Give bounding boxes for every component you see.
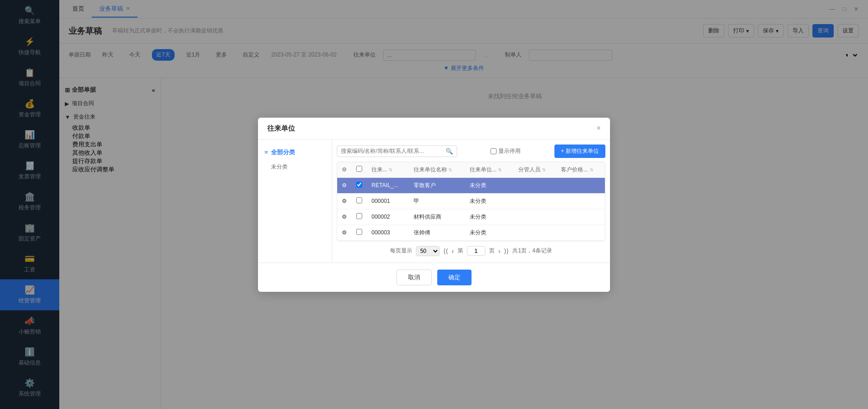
modal-nav-uncategorized[interactable]: 未分类: [258, 160, 332, 174]
counterpart-table: ⚙ 往来... ⇅ 往来单位名称 ⇅ 往来单位... ⇅ 分管人员 ⇅ 客户价格…: [337, 162, 605, 241]
modal-header: 往来单位 ×: [258, 118, 610, 140]
modal-search-box: 🔍: [337, 145, 457, 157]
modal-right: 🔍 显示停用 + 新增往来单位 ⚙: [332, 140, 610, 263]
row-settings[interactable]: ⚙: [337, 193, 352, 209]
row-price: [556, 177, 605, 193]
row-person: [514, 193, 557, 209]
modal-pagination: 每页显示 50 100 ⟨⟨ ‹ 第 页 › ⟩⟩ 共1页，4条记录: [337, 241, 605, 258]
modal-left-nav: ≡ 全部分类 未分类: [258, 140, 332, 263]
row-checkbox[interactable]: [352, 193, 367, 209]
row-checkbox[interactable]: [352, 225, 367, 240]
modal-title: 往来单位: [267, 124, 295, 133]
row-category: 未分类: [465, 209, 514, 225]
row-code: 000003: [367, 225, 409, 240]
col-code[interactable]: 往来... ⇅: [367, 162, 409, 178]
row-person: [514, 225, 557, 240]
modal-toolbar: 🔍 显示停用 + 新增往来单位: [337, 145, 605, 158]
table-row[interactable]: ⚙ 000001 甲 未分类: [337, 193, 605, 209]
modal-overlay: 往来单位 × ≡ 全部分类 未分类 🔍: [0, 0, 868, 409]
row-person: [514, 209, 557, 225]
row-category: 未分类: [465, 225, 514, 240]
last-page-btn[interactable]: ⟩⟩: [504, 247, 509, 255]
table-row[interactable]: ⚙ 000002 材料供应商 未分类: [337, 209, 605, 225]
col-price[interactable]: 客户价格... ⇅: [556, 162, 605, 178]
row-price: [556, 193, 605, 209]
page-label-pre: 第: [458, 247, 463, 255]
modal-close-btn[interactable]: ×: [597, 124, 601, 132]
next-page-btn[interactable]: ›: [498, 247, 501, 255]
col-settings[interactable]: ⚙: [337, 162, 352, 178]
table-row[interactable]: ⚙ 000003 张帅傅 未分类: [337, 225, 605, 240]
search-icon: 🔍: [446, 148, 453, 155]
row-code: 000001: [367, 193, 409, 209]
row-checkbox[interactable]: [352, 209, 367, 225]
all-categories-icon: ≡: [264, 149, 268, 156]
row-settings[interactable]: ⚙: [337, 209, 352, 225]
show-disabled-toggle[interactable]: 显示停用: [491, 147, 521, 155]
row-category: 未分类: [465, 193, 514, 209]
row-checkbox[interactable]: [352, 177, 367, 193]
col-category[interactable]: 往来单位... ⇅: [465, 162, 514, 178]
row-code: RETAIL_...: [367, 177, 409, 193]
modal-nav-all[interactable]: ≡ 全部分类: [258, 145, 332, 160]
row-settings[interactable]: ⚙: [337, 225, 352, 240]
add-counterpart-btn[interactable]: + 新增往来单位: [554, 145, 605, 158]
row-category: 未分类: [465, 177, 514, 193]
row-settings[interactable]: ⚙: [337, 177, 352, 193]
modal-footer: 取消 确定: [258, 263, 610, 292]
confirm-button[interactable]: 确定: [437, 270, 472, 285]
per-page-select[interactable]: 50 100: [416, 246, 440, 256]
counterpart-modal: 往来单位 × ≡ 全部分类 未分类 🔍: [258, 118, 610, 292]
col-name[interactable]: 往来单位名称 ⇅: [409, 162, 465, 178]
table-row[interactable]: ⚙ RETAIL_... 零散客户 未分类: [337, 177, 605, 193]
page-number-input[interactable]: [467, 246, 485, 256]
row-name: 甲: [409, 193, 465, 209]
col-person[interactable]: 分管人员 ⇅: [514, 162, 557, 178]
col-checkbox: [352, 162, 367, 178]
cancel-button[interactable]: 取消: [396, 270, 432, 285]
modal-body: ≡ 全部分类 未分类 🔍 显示停用: [258, 140, 610, 263]
total-label: 共1页，4条记录: [512, 247, 552, 255]
first-page-btn[interactable]: ⟨⟨: [443, 247, 448, 255]
modal-table: ⚙ 往来... ⇅ 往来单位名称 ⇅ 往来单位... ⇅ 分管人员 ⇅ 客户价格…: [337, 162, 605, 241]
modal-search-input[interactable]: [341, 148, 443, 154]
row-price: [556, 225, 605, 240]
row-name: 张帅傅: [409, 225, 465, 240]
row-code: 000002: [367, 209, 409, 225]
show-disabled-checkbox[interactable]: [491, 148, 497, 154]
row-price: [556, 209, 605, 225]
row-name: 材料供应商: [409, 209, 465, 225]
per-page-label: 每页显示: [390, 247, 412, 255]
prev-page-btn[interactable]: ‹: [452, 247, 454, 255]
row-name: 零散客户: [409, 177, 465, 193]
row-person: [514, 177, 557, 193]
select-all-checkbox[interactable]: [356, 166, 362, 172]
page-label-post: 页: [489, 247, 495, 255]
